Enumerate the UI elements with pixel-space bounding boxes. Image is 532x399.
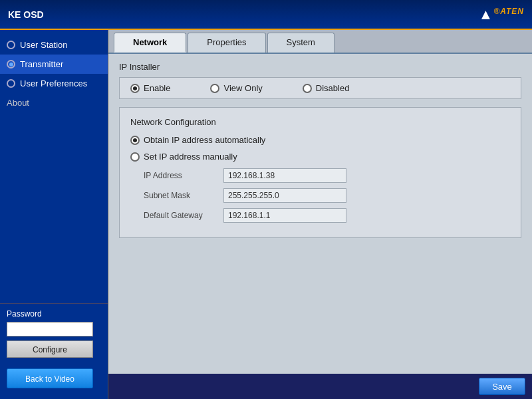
sidebar-item-user-station[interactable]: User Station bbox=[0, 35, 108, 55]
auto-ip-radio bbox=[130, 136, 140, 145]
ip-installer-disabled-label: Disabled bbox=[316, 83, 350, 93]
password-section: Password Configure bbox=[0, 303, 108, 363]
ip-address-row: IP Address bbox=[130, 168, 510, 183]
configure-button[interactable]: Configure bbox=[7, 340, 93, 358]
network-config-title: Network Configuration bbox=[130, 117, 510, 127]
manual-ip-label: Set IP address manually bbox=[144, 152, 237, 162]
network-config-box: Network Configuration Obtain IP address … bbox=[119, 107, 521, 238]
sidebar-label-user-preferences: User Preferences bbox=[20, 78, 87, 88]
app-header: KE OSD ▲®ATEN bbox=[0, 0, 532, 30]
subnet-mask-label: Subnet Mask bbox=[144, 191, 223, 200]
manual-ip-radio bbox=[130, 152, 140, 162]
content-area: Network Properties System IP Installer E… bbox=[108, 30, 532, 399]
ip-installer-title: IP Installer bbox=[119, 62, 521, 72]
tab-network[interactable]: Network bbox=[114, 33, 186, 53]
ip-installer-viewonly-option[interactable]: View Only bbox=[210, 83, 262, 93]
sidebar-radio-user-station bbox=[7, 41, 15, 49]
password-label: Password bbox=[7, 309, 101, 319]
ip-installer-viewonly-radio bbox=[210, 84, 219, 93]
sidebar: User Station Transmitter User Preference… bbox=[0, 30, 108, 399]
default-gateway-input[interactable] bbox=[223, 208, 346, 223]
app-title: KE OSD bbox=[8, 9, 44, 20]
subnet-mask-row: Subnet Mask bbox=[130, 188, 510, 203]
ip-installer-enable-radio bbox=[130, 84, 140, 93]
ip-installer-enable-label: Enable bbox=[144, 83, 170, 93]
ip-installer-disabled-radio bbox=[303, 84, 312, 93]
sidebar-item-transmitter[interactable]: Transmitter bbox=[0, 55, 108, 74]
auto-ip-label: Obtain IP address automatically bbox=[144, 135, 265, 145]
ip-installer-viewonly-label: View Only bbox=[223, 83, 262, 93]
sidebar-label-transmitter: Transmitter bbox=[20, 59, 63, 69]
back-to-video-button[interactable]: Back to Video bbox=[7, 368, 93, 388]
password-input[interactable] bbox=[7, 322, 93, 336]
subnet-mask-input[interactable] bbox=[223, 188, 346, 203]
ip-address-label: IP Address bbox=[144, 171, 223, 180]
aten-logo: ▲®ATEN bbox=[479, 6, 524, 23]
sidebar-item-about[interactable]: About bbox=[0, 93, 108, 112]
sidebar-radio-transmitter bbox=[7, 60, 15, 68]
ip-installer-options: Enable View Only Disabled bbox=[119, 77, 521, 99]
auto-ip-option[interactable]: Obtain IP address automatically bbox=[130, 135, 510, 145]
default-gateway-row: Default Gateway bbox=[130, 208, 510, 223]
ip-installer-disabled-option[interactable]: Disabled bbox=[303, 83, 350, 93]
sidebar-item-user-preferences[interactable]: User Preferences bbox=[0, 74, 108, 93]
sidebar-label-user-station: User Station bbox=[20, 40, 68, 50]
tab-properties[interactable]: Properties bbox=[188, 33, 265, 53]
about-label: About bbox=[7, 98, 29, 108]
manual-ip-option[interactable]: Set IP address manually bbox=[130, 152, 510, 162]
tab-bar: Network Properties System bbox=[108, 30, 532, 54]
ip-installer-enable-option[interactable]: Enable bbox=[130, 83, 170, 93]
tab-system[interactable]: System bbox=[267, 33, 334, 53]
ip-address-input[interactable] bbox=[223, 168, 346, 183]
default-gateway-label: Default Gateway bbox=[144, 211, 223, 220]
sidebar-spacer bbox=[0, 112, 108, 303]
save-button[interactable]: Save bbox=[479, 378, 525, 395]
sidebar-radio-user-preferences bbox=[7, 79, 15, 88]
main-layout: User Station Transmitter User Preference… bbox=[0, 30, 532, 399]
footer: Save bbox=[108, 374, 532, 399]
network-panel: IP Installer Enable View Only Disabled N… bbox=[108, 54, 532, 399]
